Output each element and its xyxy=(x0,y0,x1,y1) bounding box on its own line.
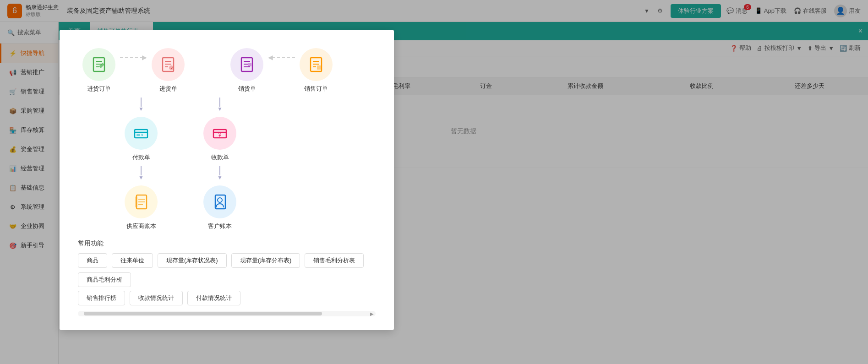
payment-icon: ¥ xyxy=(125,117,158,150)
arrow-purchase-to-bill: ▶ xyxy=(120,60,147,81)
payment-label: 付款单 xyxy=(132,153,150,162)
svg-text:¥: ¥ xyxy=(141,133,143,137)
sale-bill-label: 销货单 xyxy=(238,85,256,93)
flow-node-receipt[interactable]: ¥ 收款单 xyxy=(199,112,241,166)
purchase-bill-label: 进货单 xyxy=(159,85,177,93)
svg-text:✓: ✓ xyxy=(170,66,174,70)
arrow-sale-order-to-bill: ◀ xyxy=(268,60,295,81)
arrow-down-supplier: ▼ xyxy=(120,166,162,181)
svg-rect-19 xyxy=(317,65,321,70)
func-btn-sales-rank[interactable]: 销售排行榜 xyxy=(78,291,125,305)
receipt-label: 收款单 xyxy=(211,153,229,162)
scroll-right-arrow[interactable]: ▶ xyxy=(370,311,374,316)
flow-node-sale-order[interactable]: 销售订单 xyxy=(295,43,337,98)
flow-row-2: ¥ 付款单 ¥ 收款单 xyxy=(78,112,376,166)
sale-order-label: 销售订单 xyxy=(304,85,328,93)
svg-point-33 xyxy=(218,198,222,202)
func-btn-receipt-stats[interactable]: 收款情况统计 xyxy=(130,291,183,305)
purchase-bill-icon: ✓ xyxy=(152,48,185,81)
purchase-order-icon xyxy=(82,48,115,81)
func-btn-payment-stats[interactable]: 付款情况统计 xyxy=(187,291,240,305)
flow-row-arrows: ▼ ▼ xyxy=(78,98,376,112)
customer-ledger-label: 客户账本 xyxy=(208,222,232,230)
arrow-down-payment: ▼ xyxy=(120,98,162,112)
svg-rect-28 xyxy=(135,196,137,207)
flow-node-purchase-order[interactable]: 进货订单 xyxy=(78,43,120,98)
func-btn-product-margin[interactable]: 商品毛利分析 xyxy=(78,272,131,287)
svg-text:¥: ¥ xyxy=(218,133,221,138)
flow-row-arrows2: ▼ ▼ xyxy=(78,166,376,181)
sale-bill-icon xyxy=(230,48,263,81)
func-btns-row2: 销售排行榜 收款情况统计 付款情况统计 xyxy=(78,291,376,305)
arrow-down-receipt: ▼ xyxy=(199,98,241,112)
scrollbar-thumb xyxy=(84,312,322,315)
flow-row-3: 供应商账本 客户账本 xyxy=(78,181,376,235)
flow-node-customer-ledger[interactable]: 客户账本 xyxy=(199,181,241,235)
func-btn-counterpart[interactable]: 往来单位 xyxy=(112,253,153,268)
flow-node-supplier-ledger[interactable]: 供应商账本 xyxy=(120,181,162,235)
customer-ledger-icon xyxy=(203,185,236,218)
common-func-title: 常用功能 xyxy=(78,239,376,248)
flow-node-payment[interactable]: ¥ 付款单 xyxy=(120,112,162,166)
flow-diagram: 进货订单 ▶ ✓ 进货单 xyxy=(78,43,376,235)
quick-nav-popup: 进货订单 ▶ ✓ 进货单 xyxy=(60,30,394,330)
supplier-ledger-icon xyxy=(125,185,158,218)
sale-order-icon xyxy=(300,48,333,81)
supplier-ledger-label: 供应商账本 xyxy=(126,222,156,230)
func-btns-row1: 商品 往来单位 现存量(库存状况表) 现存量(库存分布表) 销售毛利分析表 商品… xyxy=(78,253,376,287)
func-btn-product[interactable]: 商品 xyxy=(78,253,107,268)
flow-node-purchase-bill[interactable]: ✓ 进货单 xyxy=(147,43,189,98)
func-btn-sales-margin[interactable]: 销售毛利分析表 xyxy=(305,253,364,268)
receipt-icon: ¥ xyxy=(203,117,236,150)
func-btn-stock-dist[interactable]: 现存量(库存分布表) xyxy=(231,253,300,268)
flow-node-sale-bill[interactable]: 销货单 xyxy=(226,43,268,98)
purchase-order-label: 进货订单 xyxy=(87,85,111,93)
overlay[interactable]: 进货订单 ▶ ✓ 进货单 xyxy=(0,0,868,364)
func-btn-stock-status[interactable]: 现存量(库存状况表) xyxy=(158,253,227,268)
svg-rect-14 xyxy=(248,63,251,66)
flow-row-1: 进货订单 ▶ ✓ 进货单 xyxy=(78,43,376,98)
arrow-down-customer: ▼ xyxy=(199,166,241,181)
popup-scrollbar[interactable]: ▶ xyxy=(78,311,376,316)
common-functions: 常用功能 商品 往来单位 现存量(库存状况表) 现存量(库存分布表) 销售毛利分… xyxy=(78,239,376,305)
svg-rect-22 xyxy=(136,134,140,136)
